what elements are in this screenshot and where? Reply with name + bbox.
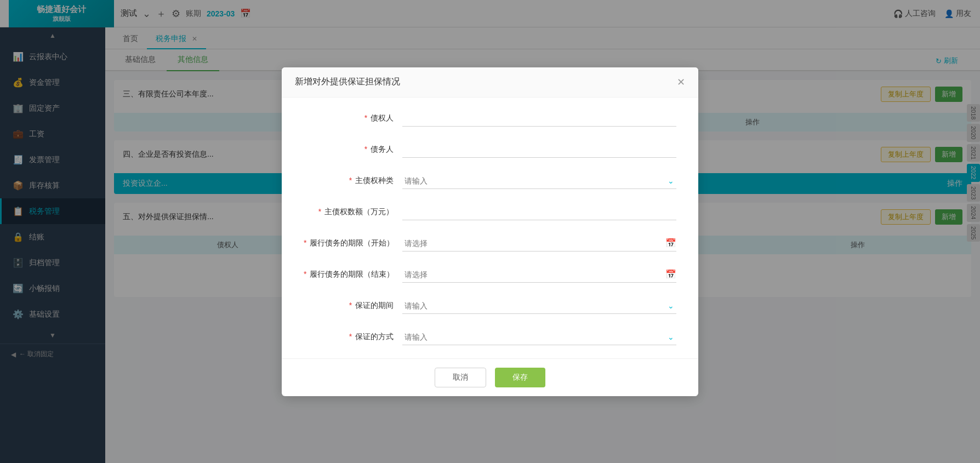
form-row-period-start: * 履行债务的期限（开始） 📅 <box>304 236 676 251</box>
input-creditor[interactable] <box>402 111 676 127</box>
select-wrap-claim-type: ⌄ <box>402 173 676 189</box>
dialog-title: 新增对外提供保证担保情况 <box>295 76 400 88</box>
form-row-guarantee-period: * 保证的期间 ⌄ <box>304 298 676 314</box>
dialog-overlay: 新增对外提供保证担保情况 ✕ * 债权人 * 债务人 <box>0 0 980 463</box>
dialog-body: * 债权人 * 债务人 * 主债权种类 <box>282 98 698 358</box>
chevron-down-icon-guarantee-method[interactable]: ⌄ <box>665 333 676 341</box>
chevron-down-icon-claim-type[interactable]: ⌄ <box>665 176 676 185</box>
form-row-claim-type: * 主债权种类 ⌄ <box>304 173 676 189</box>
label-period-end: * 履行债务的期限（结束） <box>304 270 402 279</box>
calendar-start-icon[interactable]: 📅 <box>665 238 676 248</box>
input-period-start[interactable] <box>402 236 665 251</box>
dialog: 新增对外提供保证担保情况 ✕ * 债权人 * 债务人 <box>282 67 698 396</box>
form-row-creditor: * 债权人 <box>304 111 676 127</box>
form-row-claim-amount: * 主债权数额（万元） <box>304 204 676 220</box>
date-wrap-start: 📅 <box>402 236 676 251</box>
form-row-guarantee-method: * 保证的方式 ⌄ <box>304 329 676 345</box>
input-claim-amount[interactable] <box>402 204 676 220</box>
input-period-end[interactable] <box>402 267 665 282</box>
label-claim-amount: * 主债权数额（万元） <box>304 207 402 217</box>
dialog-header: 新增对外提供保证担保情况 ✕ <box>282 67 698 98</box>
label-guarantee-period: * 保证的期间 <box>304 301 402 311</box>
form-row-period-end: * 履行债务的期限（结束） 📅 <box>304 267 676 283</box>
save-button[interactable]: 保存 <box>495 368 545 387</box>
date-wrap-end: 📅 <box>402 267 676 283</box>
select-wrap-guarantee-method: ⌄ <box>402 329 676 345</box>
cancel-button[interactable]: 取消 <box>435 368 486 387</box>
chevron-down-icon-guarantee-period[interactable]: ⌄ <box>665 301 676 310</box>
input-guarantee-period[interactable] <box>402 298 665 313</box>
input-guarantee-method[interactable] <box>402 329 665 345</box>
label-debtor: * 债务人 <box>304 145 402 155</box>
label-claim-type: * 主债权种类 <box>304 176 402 186</box>
dialog-close-button[interactable]: ✕ <box>677 76 685 88</box>
input-claim-type[interactable] <box>402 173 665 188</box>
calendar-end-icon[interactable]: 📅 <box>665 269 676 279</box>
form-row-debtor: * 债务人 <box>304 142 676 158</box>
label-period-start: * 履行债务的期限（开始） <box>304 238 402 248</box>
label-guarantee-method: * 保证的方式 <box>304 332 402 342</box>
select-wrap-guarantee-period: ⌄ <box>402 298 676 314</box>
input-debtor[interactable] <box>402 142 676 158</box>
dialog-footer: 取消 保存 <box>282 358 698 396</box>
label-creditor: * 债权人 <box>304 113 402 123</box>
